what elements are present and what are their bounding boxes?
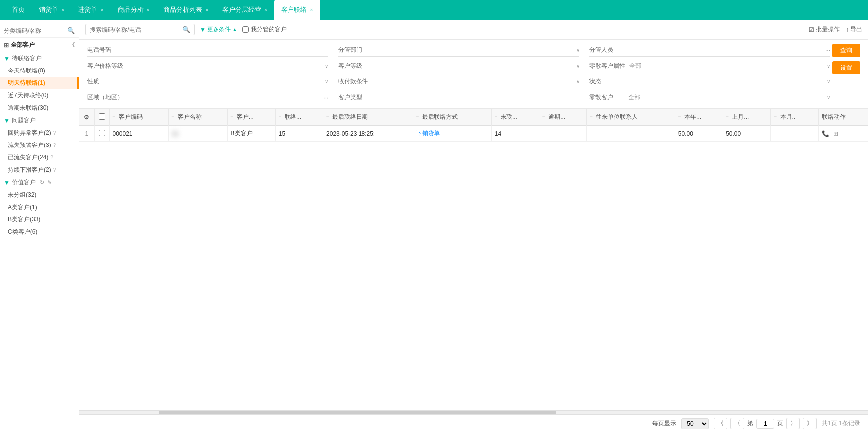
- nav-sales[interactable]: 销货单 ×: [32, 0, 71, 20]
- sidebar-search-icon[interactable]: 🔍: [67, 27, 75, 34]
- sidebar-item-today[interactable]: 今天待联络(0): [0, 65, 79, 77]
- filter-payment-select[interactable]: ∨: [377, 79, 579, 84]
- nav-analysis-list-close[interactable]: ×: [205, 7, 208, 13]
- sidebar-item-lost-risk[interactable]: 流失预警客户(3) ?: [0, 139, 79, 151]
- col-this-year[interactable]: ≡ 本年...: [675, 109, 723, 126]
- filter-region-select[interactable]: ···: [127, 94, 328, 101]
- col-action[interactable]: 联络动作: [818, 109, 868, 126]
- filter-dept-select[interactable]: ∨: [377, 47, 579, 53]
- col-last-date-icon: ≡: [326, 114, 329, 120]
- search-button[interactable]: 🔍: [182, 26, 190, 33]
- cell-this-month: [771, 126, 818, 142]
- nav-sales-close[interactable]: ×: [61, 7, 64, 13]
- nav-customer-tier[interactable]: 客户分层经营 ×: [216, 0, 274, 20]
- sidebar-item-continuous-down[interactable]: 持续下滑客户(2) ?: [0, 164, 79, 176]
- row-checkbox[interactable]: [99, 130, 105, 136]
- filter-customer-type-input[interactable]: [377, 94, 579, 101]
- filter-retail-attr-select[interactable]: 全部 ∨: [629, 62, 830, 70]
- col-name[interactable]: ≡ 客户名称: [168, 109, 227, 126]
- search-input[interactable]: [90, 26, 182, 33]
- col-code[interactable]: ≡ 客户编码: [109, 109, 168, 126]
- page-input[interactable]: [756, 419, 774, 429]
- nav-analysis[interactable]: 商品分析 ×: [111, 0, 156, 20]
- col-type[interactable]: ≡ 客户...: [227, 109, 275, 126]
- nav-customer-contact[interactable]: 客户联络 ×: [274, 0, 320, 20]
- horizontal-scrollbar[interactable]: [79, 410, 868, 414]
- sidebar-item-tomorrow[interactable]: 明天待联络(1): [0, 77, 79, 89]
- col-uncontacted[interactable]: ≡ 未联...: [491, 109, 539, 126]
- page-suffix: 页: [777, 419, 783, 428]
- cell-contact-count: 15: [275, 126, 323, 142]
- last-method-link[interactable]: 下销货单: [416, 130, 440, 137]
- sidebar-item-repurchase-abnormal[interactable]: 回购异常客户(2) ?: [0, 127, 79, 139]
- collapse-icon: 《: [70, 41, 75, 49]
- filter-customer-grade-label: 客户等级: [338, 62, 373, 70]
- sidebar-all-customers[interactable]: ⊞ 全部客户 《: [0, 38, 79, 52]
- grid-action-icon[interactable]: ⊞: [833, 130, 838, 137]
- last-page-button[interactable]: 》: [803, 418, 817, 429]
- nav-purchase-close[interactable]: ×: [100, 7, 103, 13]
- filter-panel: 电话号码 分管部门 ∨ 分管人员: [79, 40, 868, 109]
- sidebar-item-lost[interactable]: 已流失客户(24) ?: [0, 151, 79, 164]
- cell-name: Ea: [168, 126, 227, 142]
- filter-retail-customer-select[interactable]: 全部 ∨: [628, 93, 830, 102]
- settings-icon[interactable]: ⚙: [84, 114, 89, 121]
- filter-status-select[interactable]: ∨: [628, 79, 830, 84]
- col-last-date[interactable]: ≡ 最后联络日期: [323, 109, 413, 126]
- first-page-button[interactable]: 《: [714, 418, 727, 429]
- nav-customer-tier-close[interactable]: ×: [264, 7, 267, 13]
- nav-customer-contact-close[interactable]: ×: [310, 7, 313, 13]
- action-icons: 📞 ⊞: [822, 130, 865, 137]
- nav-purchase[interactable]: 进货单 ×: [71, 0, 110, 20]
- filter-retail-customer-value: 全部: [628, 93, 825, 102]
- sidebar-item-ungrouped[interactable]: 未分组(32): [0, 189, 79, 201]
- table-row: 1 000021 Ea B类客户 15 2023-05-23 18:25: 下销…: [79, 126, 868, 142]
- page-size-select[interactable]: 50 100 200: [681, 418, 709, 429]
- edit-icon[interactable]: ✎: [47, 179, 52, 186]
- filter-customer-grade-select[interactable]: ∨: [377, 63, 579, 69]
- cell-action: 📞 ⊞: [818, 126, 868, 142]
- nav-analysis-list[interactable]: 商品分析列表 ×: [156, 0, 215, 20]
- sidebar-item-class-c[interactable]: C类客户(6): [0, 226, 79, 238]
- cell-last-method[interactable]: 下销货单: [413, 126, 491, 142]
- prev-page-button[interactable]: 〈: [730, 418, 744, 429]
- bottom-bar: 每页显示 50 100 200 《 〈 第 页 〉 》 共1页 1条记录: [79, 414, 868, 432]
- col-settings[interactable]: ⚙: [79, 109, 94, 126]
- col-unit-contact[interactable]: ≡ 往来单位联系人: [587, 109, 675, 126]
- filter-nature-select[interactable]: ∨: [126, 79, 328, 84]
- sidebar-search-input[interactable]: [4, 27, 67, 34]
- col-last-method[interactable]: ≡ 最后联络方式: [413, 109, 491, 126]
- col-overdue[interactable]: ≡ 逾期...: [539, 109, 587, 126]
- col-last-month[interactable]: ≡ 上月...: [723, 109, 771, 126]
- select-all-checkbox[interactable]: [99, 113, 105, 120]
- filter-price-grade-select[interactable]: ∨: [127, 63, 328, 69]
- col-name-icon: ≡: [172, 114, 175, 120]
- col-this-month[interactable]: ≡ 本月...: [771, 109, 818, 126]
- more-filter-button[interactable]: ▼ 更多条件 ▲: [200, 25, 237, 34]
- phone-icon[interactable]: 📞: [822, 130, 829, 137]
- col-check[interactable]: [94, 109, 109, 126]
- col-uncontacted-icon: ≡: [495, 114, 498, 120]
- filter-payment: 收付款条件 ∨: [338, 75, 579, 88]
- query-button[interactable]: 查询: [832, 44, 860, 57]
- my-customers-checkbox[interactable]: [242, 26, 249, 33]
- sidebar-item-class-a[interactable]: A类客户(1): [0, 201, 79, 214]
- export-icon: ↑: [846, 26, 849, 33]
- sidebar-item-overdue[interactable]: 逾期未联络(30): [0, 102, 79, 114]
- cell-type: B类客户: [227, 126, 275, 142]
- sidebar-item-class-b[interactable]: B类客户(33): [0, 214, 79, 226]
- filter-phone: 电话号码: [87, 44, 328, 57]
- refresh-icon[interactable]: ↻: [40, 179, 44, 186]
- export-button[interactable]: ↑ 导出: [846, 25, 862, 34]
- next-page-button[interactable]: 〉: [786, 418, 800, 429]
- filter-dept: 分管部门 ∨: [338, 44, 579, 57]
- nav-home[interactable]: 首页: [5, 0, 32, 20]
- filter-person-select[interactable]: ···: [628, 47, 830, 54]
- sidebar-item-week[interactable]: 近7天待联络(0): [0, 89, 79, 102]
- nav-analysis-close[interactable]: ×: [146, 7, 149, 13]
- cell-check[interactable]: [94, 126, 109, 142]
- reset-button[interactable]: 设置: [832, 61, 860, 74]
- batch-op-button[interactable]: ☑ 批量操作: [809, 25, 840, 34]
- col-contact[interactable]: ≡ 联络...: [275, 109, 323, 126]
- filter-phone-input[interactable]: [126, 47, 328, 54]
